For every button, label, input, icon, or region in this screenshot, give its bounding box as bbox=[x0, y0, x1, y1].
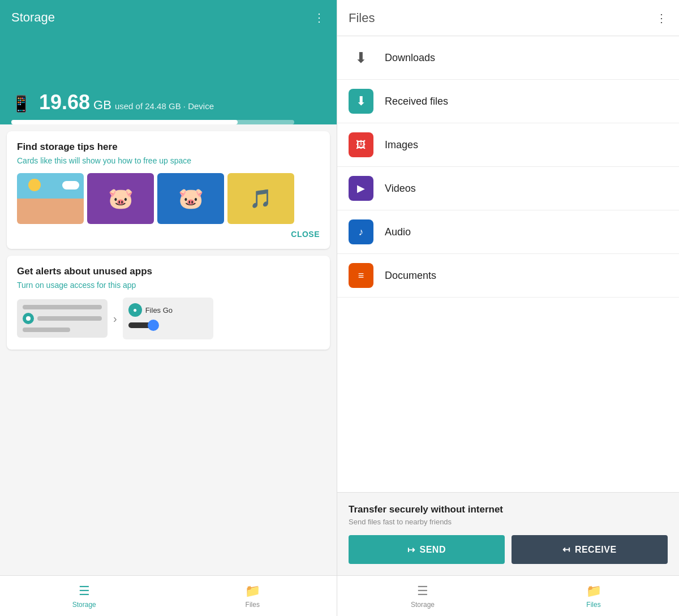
toggle-container[interactable] bbox=[128, 322, 158, 334]
file-item-received[interactable]: ⬇ Received files bbox=[337, 80, 679, 123]
sun-decoration bbox=[28, 179, 41, 191]
videos-icon: ▶ bbox=[349, 176, 373, 201]
toggle-row[interactable] bbox=[128, 322, 208, 334]
right-files-nav-icon: 📁 bbox=[586, 584, 601, 598]
note-icon-yellow: 🎵 bbox=[250, 188, 272, 209]
storage-bar-wrap bbox=[11, 120, 294, 124]
received-label: Received files bbox=[385, 96, 448, 107]
arrow-right-icon: › bbox=[113, 312, 117, 325]
card2-title: Get alerts about unused apps bbox=[17, 266, 320, 277]
files-go-info: ● Files Go bbox=[128, 303, 208, 317]
send-arrow-icon: ↦ bbox=[407, 544, 415, 555]
file-item-videos[interactable]: ▶ Videos bbox=[337, 167, 679, 210]
pig-icon-blue: 🐷 bbox=[178, 187, 204, 210]
app-label-line bbox=[37, 316, 102, 321]
card1-close-row: CLOSE bbox=[17, 230, 320, 239]
left-nav-storage-label: Storage bbox=[72, 601, 96, 609]
file-item-documents[interactable]: ≡ Documents bbox=[337, 254, 679, 298]
card-img-beach bbox=[17, 173, 84, 224]
preview-line-2 bbox=[23, 328, 70, 332]
files-title: Files bbox=[349, 11, 375, 25]
storage-menu-icon[interactable]: ⋮ bbox=[313, 11, 325, 24]
right-nav-files[interactable]: 📁 Files bbox=[508, 576, 679, 616]
file-item-downloads[interactable]: ⬇ Downloads bbox=[337, 36, 679, 80]
file-item-images[interactable]: 🖼 Images bbox=[337, 123, 679, 167]
card1-subtitle: Cards like this will show you how to fre… bbox=[17, 156, 320, 165]
documents-icon: ≡ bbox=[349, 263, 373, 288]
documents-label: Documents bbox=[385, 270, 436, 282]
storage-info: 📱 19.68 GB used of 24.48 GB · Device bbox=[11, 91, 325, 124]
header-top: Storage ⋮ bbox=[11, 10, 325, 25]
storage-sub: used of 24.48 GB · Device bbox=[115, 101, 214, 111]
right-nav-files-label: Files bbox=[586, 601, 600, 609]
cloud-decoration bbox=[62, 181, 79, 189]
preview-line-1 bbox=[23, 305, 102, 309]
left-content: Find storage tips here Cards like this w… bbox=[0, 124, 337, 575]
card-img-blue: 🐷 bbox=[157, 173, 224, 224]
downloads-label: Downloads bbox=[385, 52, 435, 64]
storage-gb: 19.68 bbox=[39, 91, 90, 114]
transfer-subtitle: Send files fast to nearby friends bbox=[349, 518, 668, 526]
toggle-knob bbox=[148, 320, 159, 331]
storage-nav-icon: ☰ bbox=[79, 584, 90, 598]
unused-apps-card: Get alerts about unused apps Turn on usa… bbox=[7, 256, 330, 350]
storage-header: Storage ⋮ 📱 19.68 GB used of 24.48 GB · … bbox=[0, 0, 337, 124]
card1-title: Find storage tips here bbox=[17, 141, 320, 153]
receive-button[interactable]: ↤ RECEIVE bbox=[512, 535, 668, 564]
receive-arrow-icon: ↤ bbox=[562, 544, 570, 555]
files-menu-icon[interactable]: ⋮ bbox=[656, 11, 668, 25]
left-panel: Storage ⋮ 📱 19.68 GB used of 24.48 GB · … bbox=[0, 0, 337, 616]
send-label: SEND bbox=[420, 545, 446, 555]
videos-label: Videos bbox=[385, 183, 416, 195]
storage-unit: GB bbox=[93, 98, 111, 113]
app-preview-before bbox=[17, 299, 108, 338]
left-nav-files[interactable]: 📁 Files bbox=[169, 576, 337, 616]
receive-label: RECEIVE bbox=[575, 545, 617, 555]
card-img-yellow: 🎵 bbox=[227, 173, 294, 224]
file-list: ⬇ Downloads ⬇ Received files 🖼 Images ▶ … bbox=[337, 36, 679, 492]
files-go-app-icon: ● bbox=[128, 303, 142, 317]
transfer-section: Transfer securely without internet Send … bbox=[337, 492, 679, 575]
audio-icon: ♪ bbox=[349, 219, 373, 244]
downloads-icon: ⬇ bbox=[349, 45, 373, 70]
right-nav-storage[interactable]: ☰ Storage bbox=[337, 576, 508, 616]
received-icon: ⬇ bbox=[349, 89, 373, 114]
storage-tips-card: Find storage tips here Cards like this w… bbox=[7, 131, 330, 249]
card1-images: 🐷 🐷 🎵 bbox=[17, 173, 320, 224]
storage-bar-fill bbox=[11, 120, 238, 124]
storage-title: Storage bbox=[11, 10, 55, 25]
files-header: Files ⋮ bbox=[337, 0, 679, 36]
images-label: Images bbox=[385, 139, 418, 151]
files-nav-icon: 📁 bbox=[245, 584, 260, 598]
file-item-audio[interactable]: ♪ Audio bbox=[337, 210, 679, 254]
phone-icon: 📱 bbox=[11, 94, 31, 113]
circle-inner bbox=[26, 316, 31, 321]
transfer-title: Transfer securely without internet bbox=[349, 504, 668, 515]
images-icon: 🖼 bbox=[349, 132, 373, 157]
right-storage-nav-icon: ☰ bbox=[417, 584, 428, 598]
transfer-buttons: ↦ SEND ↤ RECEIVE bbox=[349, 535, 668, 564]
storage-line: 📱 19.68 GB used of 24.48 GB · Device bbox=[11, 91, 325, 114]
left-nav-files-label: Files bbox=[246, 601, 260, 609]
audio-label: Audio bbox=[385, 226, 411, 238]
send-button[interactable]: ↦ SEND bbox=[349, 535, 505, 564]
files-go-row-left bbox=[23, 313, 102, 324]
files-go-label: Files Go bbox=[145, 306, 173, 315]
right-nav-storage-label: Storage bbox=[411, 601, 435, 609]
card2-subtitle: Turn on usage access for this app bbox=[17, 281, 320, 290]
pig-icon-purple: 🐷 bbox=[108, 187, 134, 210]
card-img-purple: 🐷 bbox=[87, 173, 154, 224]
left-nav-storage[interactable]: ☰ Storage bbox=[0, 576, 169, 616]
files-go-circle bbox=[23, 313, 34, 324]
left-bottom-nav: ☰ Storage 📁 Files bbox=[0, 575, 337, 616]
right-panel: Files ⋮ ⬇ Downloads ⬇ Received files 🖼 I… bbox=[337, 0, 679, 616]
apps-preview: › ● Files Go bbox=[17, 298, 320, 339]
app-preview-after: ● Files Go bbox=[123, 298, 213, 339]
right-bottom-nav: ☰ Storage 📁 Files bbox=[337, 575, 679, 616]
close-button[interactable]: CLOSE bbox=[291, 230, 320, 239]
